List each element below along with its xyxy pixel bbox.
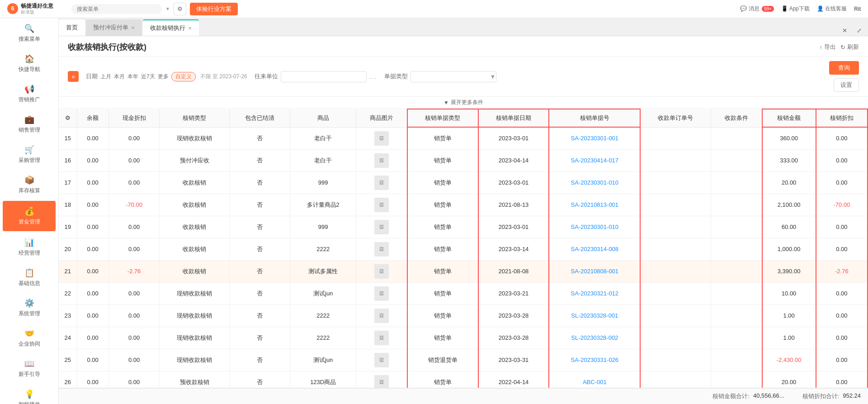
counterpart-input[interactable]: [281, 71, 367, 82]
refresh-button[interactable]: ↻ 刷新: [840, 43, 859, 51]
cell-cancel-type: 预收款核销: [160, 371, 230, 388]
sidebar-item-sales[interactable]: 💼 销售管理: [0, 109, 58, 139]
sidebar-item-finance[interactable]: 💰 资金管理: [3, 201, 56, 231]
refresh-icon: ↻: [840, 44, 845, 51]
logo-icon: 6: [7, 3, 18, 14]
cancel-bill-no-link[interactable]: SA-20230301-010: [571, 179, 619, 186]
counterpart-filter-group: 往来单位 ...: [255, 71, 377, 82]
cell-product: 123D商品: [290, 371, 356, 388]
sidebar-item-search[interactable]: 🔍 搜索菜单: [0, 18, 58, 48]
sidebar-item-inventory[interactable]: 📦 库存核算: [0, 170, 58, 200]
cell-cancel-bill-date: 2023-03-01: [478, 127, 549, 149]
cell-cancel-type: 收款核销: [160, 171, 230, 194]
cell-include-settled: 否: [230, 194, 290, 216]
column-settings-icon[interactable]: ⚙: [65, 114, 71, 121]
footer-cancel-amount-value: 40,556,66...: [753, 392, 784, 400]
cell-receipt-condition: [711, 171, 762, 194]
col-settings[interactable]: ⚙: [59, 109, 77, 127]
table-header-row: ⚙ 余额 现金折扣 核销类型 包含已结清 商品 商品图片 核销单据类型 核销单据…: [59, 109, 868, 127]
cell-receipt-order-no: [640, 327, 711, 349]
table-container[interactable]: ⚙ 余额 现金折扣 核销类型 包含已结清 商品 商品图片 核销单据类型 核销单据…: [59, 109, 868, 388]
enterprise-icon: 🤝: [24, 328, 34, 338]
sidebar-item-system[interactable]: ⚙️ 系统管理: [0, 293, 58, 323]
cell-cancel-bill-no: SA-20210813-001: [549, 194, 640, 216]
cell-balance: 0.00: [77, 304, 108, 327]
cell-include-settled: 否: [230, 238, 290, 260]
cell-cancel-bill-no: SA-20210808-001: [549, 260, 640, 282]
sidebar-item-guide[interactable]: 📖 新手引导: [0, 353, 58, 384]
cancel-bill-no-link[interactable]: SA-20230321-012: [571, 290, 619, 297]
more-conditions-button[interactable]: ▼ 展开更多条件: [443, 99, 483, 106]
cancel-bill-no-link[interactable]: SA-20230301-001: [571, 135, 619, 142]
cancel-bill-no-link[interactable]: SA-20230331-026: [571, 356, 619, 363]
sidebar-item-operations[interactable]: 📊 经营管理: [0, 232, 58, 262]
date-link-custom[interactable]: 自定义: [171, 72, 196, 81]
cancel-bill-no-link[interactable]: SA-20230301-010: [571, 223, 619, 230]
date-link-this-year[interactable]: 本年: [127, 73, 138, 81]
receipt-type-select[interactable]: [410, 71, 496, 82]
cell-cash-discount: 0.00: [108, 371, 160, 388]
sidebar-item-enterprise[interactable]: 🤝 企业协同: [0, 323, 58, 353]
expand-filter-button[interactable]: »: [68, 71, 79, 82]
col-cash-discount: 现金折扣: [108, 109, 160, 127]
date-link-7days[interactable]: 近7天: [141, 73, 155, 81]
tab-expand-icon[interactable]: ⤢: [854, 25, 864, 36]
sidebar-label-finance: 资金管理: [19, 218, 40, 226]
tab-close-all-icon[interactable]: ✕: [839, 25, 850, 36]
cell-cancel-type: 收款核销: [160, 216, 230, 238]
sidebar-item-basic[interactable]: 📋 基础信息: [0, 262, 58, 293]
sidebar-item-purchase[interactable]: 🛒 采购管理: [0, 139, 58, 170]
notification-area[interactable]: 💬 消息 99+: [740, 5, 774, 13]
date-link-this-month[interactable]: 本月: [114, 73, 125, 81]
tab-prepay-close-icon[interactable]: ✕: [131, 25, 135, 30]
tab-collection[interactable]: 收款核销执行 ✕: [143, 19, 199, 36]
industry-button[interactable]: 体验行业方案: [190, 3, 238, 15]
sidebar-item-hardware[interactable]: 💡 智能硬件: [0, 384, 58, 404]
setting-button[interactable]: 设置: [834, 78, 859, 92]
cell-id: 24: [59, 327, 77, 349]
marketing-icon: 📢: [24, 84, 34, 94]
col-cancel-type: 核销类型: [160, 109, 230, 127]
cell-cancel-bill-type: 销货单: [407, 171, 478, 194]
cell-product-image: 🖼: [356, 171, 407, 194]
tab-home[interactable]: 首页: [59, 19, 85, 36]
cancel-bill-no-link[interactable]: SL-20230328-002: [571, 334, 618, 341]
cell-cancel-bill-date: 2023-03-14: [478, 238, 549, 260]
tab-prepay[interactable]: 预付冲应付单 ✕: [86, 19, 142, 36]
footer-cancel-discount-label: 核销折扣合计:: [802, 392, 840, 400]
date-link-more[interactable]: 更多: [158, 73, 169, 81]
cell-product-image: 🖼: [356, 327, 407, 349]
tab-collection-close-icon[interactable]: ✕: [188, 26, 192, 31]
cell-receipt-order-no: [640, 282, 711, 304]
tab-home-label: 首页: [66, 24, 78, 32]
date-link-last-month[interactable]: 上月: [100, 73, 111, 81]
sidebar-item-marketing[interactable]: 📢 营销推广: [0, 79, 58, 109]
home-icon: 🏠: [24, 54, 34, 64]
cancel-bill-no-link[interactable]: SL-20230328-001: [571, 312, 618, 319]
cell-cancel-bill-type: 销货单: [407, 282, 478, 304]
app-download-link[interactable]: 📱 App下载: [781, 5, 810, 13]
cell-include-settled: 否: [230, 216, 290, 238]
settings-icon[interactable]: ⚙: [174, 3, 186, 15]
cell-id: 26: [59, 371, 77, 388]
online-service-link[interactable]: 👤 在线客服: [817, 5, 847, 13]
export-button[interactable]: ↑ 导出: [820, 43, 836, 51]
col-cancel-bill-no: 核销单据号: [549, 109, 640, 127]
cancel-bill-no-link[interactable]: SA-20230414-017: [571, 157, 619, 164]
cell-cancel-discount: -2.76: [816, 260, 868, 282]
footer-cancel-amount: 核销金额合计: 40,556,66...: [712, 392, 784, 400]
cancel-bill-no-link[interactable]: SA-20210808-001: [571, 268, 619, 275]
cell-product-image: 🖼: [356, 260, 407, 282]
top-search-input[interactable]: [71, 4, 162, 14]
cell-receipt-order-no: [640, 260, 711, 282]
cell-receipt-order-no: [640, 171, 711, 194]
app-name: 畅捷通好生意: [21, 3, 53, 9]
cancel-bill-no-link[interactable]: ABC-001: [583, 379, 607, 385]
query-button[interactable]: 查询: [829, 61, 859, 75]
sidebar-item-quicknav[interactable]: 🏠 快捷导航: [0, 48, 58, 79]
cell-cancel-bill-no: ABC-001: [549, 371, 640, 388]
cancel-bill-no-link[interactable]: SA-20210813-001: [571, 201, 619, 208]
cell-receipt-order-no: [640, 194, 711, 216]
cancel-bill-no-link[interactable]: SA-20230314-008: [571, 246, 619, 252]
cell-product-image: 🖼: [356, 371, 407, 388]
